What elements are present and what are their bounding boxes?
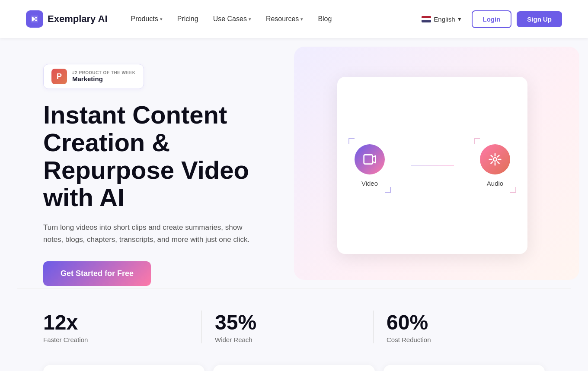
stat-1: 35% Wider Reach xyxy=(202,306,373,348)
stat-0: 12x Faster Creation xyxy=(43,306,201,348)
corner-tl-icon xyxy=(348,138,355,144)
nav-inner: Exemplary AI Products ▾ Pricing Use Case… xyxy=(26,0,562,38)
logo-link[interactable]: Exemplary AI xyxy=(26,10,108,28)
cta-button[interactable]: Get Started for Free xyxy=(43,261,151,286)
connector-line xyxy=(411,165,454,166)
audio-block-wrapper: Audio xyxy=(480,144,510,187)
badge-icon: P xyxy=(51,69,67,84)
audio-label: Audio xyxy=(487,180,503,187)
logo-icon xyxy=(26,10,43,28)
hero-left: P #2 Product of the Week Marketing Insta… xyxy=(43,55,285,286)
video-block-wrapper: Video xyxy=(355,144,385,187)
stat-label-0: Faster Creation xyxy=(43,336,189,343)
stat-value-1: 35% xyxy=(215,311,360,334)
nav-right: English ▾ Login Sign Up xyxy=(416,10,562,28)
hero-inner: P #2 Product of the Week Marketing Insta… xyxy=(17,38,571,289)
hero-section: P #2 Product of the Week Marketing Insta… xyxy=(0,38,588,289)
corner-br2-icon xyxy=(510,187,516,193)
stat-label-2: Cost Reduction xyxy=(387,336,532,343)
login-button[interactable]: Login xyxy=(472,10,512,28)
nav-resources[interactable]: Resources ▾ xyxy=(260,12,309,26)
video-icon xyxy=(355,144,385,174)
nav-use-cases[interactable]: Use Cases ▾ xyxy=(207,12,257,26)
corner-tl2-icon xyxy=(474,138,480,144)
stat-2: 60% Cost Reduction xyxy=(374,306,545,348)
products-chevron-icon: ▾ xyxy=(160,16,163,22)
nav-products[interactable]: Products ▾ xyxy=(125,12,169,26)
corner-br-icon xyxy=(385,187,391,193)
svg-point-1 xyxy=(493,158,497,161)
bottom-card-0 xyxy=(43,365,205,371)
badge-text: #2 Product of the Week Marketing xyxy=(72,70,136,82)
product-badge[interactable]: P #2 Product of the Week Marketing xyxy=(43,64,144,89)
language-selector[interactable]: English ▾ xyxy=(416,12,466,26)
hero-card: Video xyxy=(337,77,527,254)
logo-text: Exemplary AI xyxy=(48,13,108,25)
badge-main-text: Marketing xyxy=(72,75,136,82)
stat-label-1: Wider Reach xyxy=(215,336,360,343)
audio-icon xyxy=(480,144,510,174)
stat-value-2: 60% xyxy=(387,311,532,334)
hero-description: Turn long videos into short clips and cr… xyxy=(43,222,259,246)
audio-icon-block: Audio xyxy=(480,144,510,187)
stats-inner: 12x Faster Creation 35% Wider Reach 60% … xyxy=(17,289,571,361)
video-label: Video xyxy=(361,180,378,187)
language-label: English xyxy=(434,16,455,23)
signup-button[interactable]: Sign Up xyxy=(517,11,562,27)
video-icon-block: Video xyxy=(355,144,385,187)
bottom-card-1 xyxy=(213,365,374,371)
bottom-cards xyxy=(17,361,571,371)
bottom-card-2 xyxy=(383,365,545,371)
connector xyxy=(411,165,454,166)
hero-title: Instant Content Creation & Repurpose Vid… xyxy=(43,101,285,211)
badge-small-text: #2 Product of the Week xyxy=(72,70,136,75)
hero-right: Video xyxy=(303,55,545,263)
lang-chevron-icon: ▾ xyxy=(458,15,461,23)
nav-links: Products ▾ Pricing Use Cases ▾ Resources… xyxy=(125,12,417,26)
navbar: Exemplary AI Products ▾ Pricing Use Case… xyxy=(0,0,588,38)
flag-icon xyxy=(422,16,431,22)
nav-blog[interactable]: Blog xyxy=(312,12,338,26)
stats-section: 12x Faster Creation 35% Wider Reach 60% … xyxy=(0,289,588,361)
use-cases-chevron-icon: ▾ xyxy=(249,16,251,22)
stat-value-0: 12x xyxy=(43,311,189,334)
nav-pricing[interactable]: Pricing xyxy=(171,12,205,26)
resources-chevron-icon: ▾ xyxy=(300,16,303,22)
svg-rect-0 xyxy=(364,155,373,164)
